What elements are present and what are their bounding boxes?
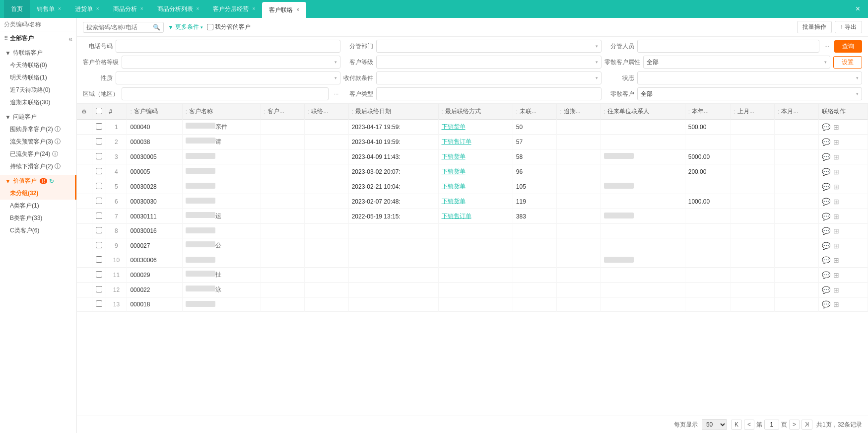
row-checkbox-cell[interactable] [92, 297, 106, 312]
qr-icon[interactable]: ⊞ [833, 256, 839, 264]
more-conditions-toggle[interactable]: ▼ 更多条件 ▾ [168, 23, 203, 31]
tab-customer-seg[interactable]: 客户分层经营 × [206, 0, 262, 18]
row-last-method[interactable]: 下销货单 [438, 164, 513, 179]
tab-product-analysis[interactable]: 商品分析 × [106, 0, 150, 18]
col-header-no-contact[interactable]: :未联... [513, 104, 557, 120]
prev-page-button[interactable]: < [744, 420, 754, 430]
close-product-analysis-tab[interactable]: × [140, 0, 143, 18]
row-checkbox-cell[interactable] [92, 224, 106, 238]
chat-icon[interactable]: 💬 [822, 123, 830, 131]
customer-level-select[interactable]: ▾ [376, 56, 601, 69]
window-close-button[interactable]: × [852, 4, 864, 13]
col-header-overdue[interactable]: :逾期... [557, 104, 601, 120]
col-header-name[interactable]: :客户名称 [182, 104, 261, 120]
row-checkbox-cell[interactable] [92, 253, 106, 268]
refresh-icon[interactable]: ↻ [49, 178, 54, 185]
row-checkbox[interactable] [96, 256, 102, 263]
row-checkbox-cell[interactable] [92, 283, 106, 297]
qr-icon[interactable]: ⊞ [833, 123, 839, 131]
sidebar-item-a-class[interactable]: A类客户(1) [0, 200, 76, 212]
row-checkbox[interactable] [96, 286, 102, 292]
last-method-link[interactable]: 下销货单 [442, 198, 466, 205]
qr-icon[interactable]: ⊞ [833, 286, 839, 294]
person-input[interactable] [637, 40, 819, 53]
row-checkbox-cell[interactable] [92, 268, 106, 283]
row-checkbox[interactable] [96, 183, 102, 189]
person-dots[interactable]: ··· [822, 43, 831, 50]
sidebar-item-churn-warning[interactable]: 流失预警客户(3) ⓘ [0, 136, 76, 148]
tab-purchase[interactable]: 进货单 × [68, 0, 106, 18]
search-input[interactable] [86, 24, 151, 31]
chat-icon[interactable]: 💬 [822, 300, 830, 308]
close-purchase-tab[interactable]: × [96, 0, 99, 18]
qr-icon[interactable]: ⊞ [833, 183, 839, 191]
chat-icon[interactable]: 💬 [822, 271, 830, 279]
select-all-header[interactable] [92, 104, 106, 120]
tab-sales[interactable]: 销售单 × [30, 0, 68, 18]
sidebar-item-b-class[interactable]: B类客户(33) [0, 212, 76, 224]
sidebar-item-7days[interactable]: 近7天待联络(0) [0, 84, 76, 96]
row-checkbox-cell[interactable] [92, 238, 106, 253]
sidebar-collapse-button[interactable]: « [68, 35, 72, 43]
col-header-code[interactable]: :客户编码 [127, 104, 182, 120]
page-number-input[interactable] [764, 420, 779, 430]
row-checkbox[interactable] [96, 271, 102, 278]
row-last-method[interactable]: 下销货单 [438, 179, 513, 194]
group-value-label[interactable]: ▼ 价值客户 R ↻ [0, 175, 76, 187]
row-checkbox[interactable] [96, 153, 102, 159]
per-page-select[interactable]: 50 100 200 [702, 419, 727, 430]
row-checkbox-cell[interactable] [92, 164, 106, 179]
row-checkbox[interactable] [96, 300, 102, 307]
chat-icon[interactable]: 💬 [822, 138, 830, 146]
chat-icon[interactable]: 💬 [822, 242, 830, 250]
chat-icon[interactable]: 💬 [822, 153, 830, 161]
row-last-method[interactable]: 下销售订单 [438, 209, 513, 224]
group-problem-label[interactable]: ▼ 问题客户 [0, 111, 76, 123]
batch-ops-button[interactable]: 批量操作 [797, 21, 832, 33]
qr-icon[interactable]: ⊞ [833, 227, 839, 235]
sidebar-item-hoarding[interactable]: 囤购异常客户(2) ⓘ [0, 123, 76, 136]
last-method-link[interactable]: 下销货单 [442, 123, 466, 130]
chat-icon[interactable]: 💬 [822, 168, 830, 176]
col-header-last-method[interactable]: :最后联络方式 [438, 104, 513, 120]
row-checkbox[interactable] [96, 242, 102, 248]
row-checkbox[interactable] [96, 227, 102, 233]
row-checkbox-cell[interactable] [92, 135, 106, 149]
col-header-contact[interactable]: :联络... [305, 104, 349, 120]
sidebar-item-churned[interactable]: 已流失客户(24) ⓘ [0, 148, 76, 160]
row-checkbox[interactable] [96, 168, 102, 174]
settings-column-header[interactable]: ⚙ [77, 104, 92, 120]
last-method-link[interactable]: 下销售订单 [442, 138, 471, 145]
row-last-method[interactable]: 下销货单 [438, 149, 513, 164]
retail-attr-select[interactable]: 全部▾ [643, 56, 830, 69]
select-all-checkbox[interactable] [96, 108, 102, 114]
qr-icon[interactable]: ⊞ [833, 138, 839, 146]
close-customer-contact-tab[interactable]: × [296, 2, 299, 18]
qr-icon[interactable]: ⊞ [833, 168, 839, 176]
close-product-list-tab[interactable]: × [197, 0, 200, 18]
row-checkbox[interactable] [96, 123, 102, 130]
row-last-method[interactable]: 下销货单 [438, 194, 513, 209]
sidebar-item-today[interactable]: 今天待联络(0) [0, 59, 76, 72]
first-page-button[interactable]: K [731, 420, 742, 430]
col-header-type[interactable]: :客户... [261, 104, 305, 120]
status-select[interactable]: ▾ [637, 72, 862, 84]
chat-icon[interactable]: 💬 [822, 286, 830, 294]
chat-icon[interactable]: 💬 [822, 198, 830, 206]
last-method-link[interactable]: 下销货单 [442, 168, 466, 175]
close-sales-tab[interactable]: × [58, 0, 61, 18]
sidebar-search-input[interactable] [4, 21, 77, 28]
close-customer-seg-tab[interactable]: × [252, 0, 255, 18]
row-last-method[interactable]: 下销货单 [438, 120, 513, 135]
group-pending-contact-label[interactable]: ▼ 待联络客户 [0, 47, 76, 59]
col-header-last-date[interactable]: :最后联络日期 [348, 104, 438, 120]
qr-icon[interactable]: ⊞ [833, 153, 839, 161]
col-header-last-month[interactable]: :上月... [731, 104, 775, 120]
row-last-method[interactable]: 下销售订单 [438, 135, 513, 149]
export-button[interactable]: ↑ 导出 [835, 21, 862, 33]
row-checkbox-cell[interactable] [92, 149, 106, 164]
last-method-link[interactable]: 下销货单 [442, 183, 466, 190]
chat-icon[interactable]: 💬 [822, 183, 830, 191]
phone-input[interactable] [116, 40, 340, 53]
region-dots[interactable]: ··· [332, 90, 340, 97]
